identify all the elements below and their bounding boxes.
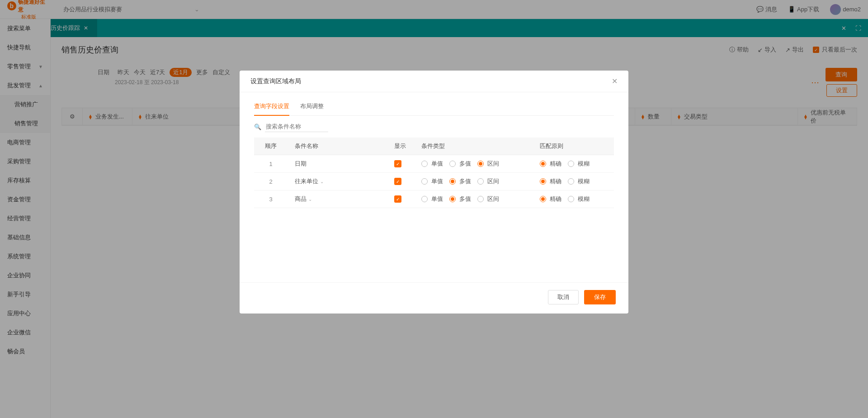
radio-模糊[interactable]: 模糊 — [568, 195, 590, 203]
row-seq: 3 — [254, 190, 288, 208]
row-type-group: 单值多值区间 — [414, 173, 533, 190]
radio-icon — [449, 196, 456, 202]
th-show: 显示 — [387, 138, 414, 155]
radio-icon — [477, 161, 484, 167]
radio-icon — [568, 196, 574, 202]
config-row: 1日期✓单值多值区间精确模糊 — [254, 155, 614, 173]
modal-tab-layout[interactable]: 布局调整 — [300, 100, 324, 115]
radio-单值[interactable]: 单值 — [421, 195, 443, 203]
radio-icon — [421, 161, 428, 167]
radio-icon — [540, 161, 546, 167]
modal-close-button[interactable]: ✕ — [612, 77, 618, 86]
modal-title: 设置查询区域布局 — [250, 77, 301, 86]
config-table: 顺序 条件名称 显示 条件类型 匹配原则 1日期✓单值多值区间精确模糊2往来单位… — [254, 138, 614, 208]
row-match-group: 精确模糊 — [533, 190, 614, 208]
radio-区间[interactable]: 区间 — [477, 160, 499, 168]
radio-精确[interactable]: 精确 — [540, 160, 561, 168]
cancel-button[interactable]: 取消 — [548, 290, 579, 304]
radio-区间[interactable]: 区间 — [477, 195, 499, 203]
row-seq: 1 — [254, 155, 288, 173]
row-match-group: 精确模糊 — [533, 173, 614, 190]
radio-icon — [477, 178, 484, 185]
modal-tab-fields[interactable]: 查询字段设置 — [254, 100, 289, 116]
settings-modal: 设置查询区域布局 ✕ 查询字段设置 布局调整 🔍 顺序 条件名称 显示 条件类型 — [240, 71, 628, 314]
radio-icon — [568, 161, 574, 167]
th-type: 条件类型 — [414, 138, 533, 155]
row-seq: 2 — [254, 173, 288, 190]
radio-icon — [540, 196, 546, 202]
th-match: 匹配原则 — [533, 138, 614, 155]
radio-icon — [477, 196, 484, 202]
config-row: 2往来单位⌄✓单值多值区间精确模糊 — [254, 173, 614, 190]
radio-模糊[interactable]: 模糊 — [568, 177, 590, 185]
radio-精确[interactable]: 精确 — [540, 195, 561, 203]
radio-单值[interactable]: 单值 — [421, 177, 443, 185]
row-match-group: 精确模糊 — [533, 155, 614, 173]
row-name: 往来单位⌄ — [288, 173, 387, 190]
radio-icon — [568, 178, 574, 185]
modal-overlay[interactable]: 设置查询区域布局 ✕ 查询字段设置 布局调整 🔍 顺序 条件名称 显示 条件类型 — [0, 0, 868, 418]
radio-多值[interactable]: 多值 — [449, 160, 471, 168]
check-icon: ✓ — [394, 160, 401, 167]
check-icon: ✓ — [394, 178, 401, 185]
radio-单值[interactable]: 单值 — [421, 160, 443, 168]
radio-icon — [421, 196, 428, 202]
chevron-down-icon[interactable]: ⌄ — [308, 197, 312, 202]
th-name: 条件名称 — [288, 138, 387, 155]
radio-精确[interactable]: 精确 — [540, 177, 561, 185]
row-show-checkbox[interactable]: ✓ — [387, 190, 414, 208]
radio-icon — [421, 178, 428, 185]
check-icon: ✓ — [394, 195, 401, 203]
search-icon: 🔍 — [254, 124, 261, 130]
radio-icon — [540, 178, 546, 185]
radio-icon — [449, 178, 456, 185]
save-button[interactable]: 保存 — [584, 290, 616, 304]
chevron-down-icon[interactable]: ⌄ — [320, 179, 324, 184]
radio-多值[interactable]: 多值 — [449, 195, 471, 203]
row-show-checkbox[interactable]: ✓ — [387, 173, 414, 190]
row-name: 商品⌄ — [288, 190, 387, 208]
radio-icon — [449, 161, 456, 167]
radio-多值[interactable]: 多值 — [449, 177, 471, 185]
radio-区间[interactable]: 区间 — [477, 177, 499, 185]
radio-模糊[interactable]: 模糊 — [568, 160, 590, 168]
row-show-checkbox[interactable]: ✓ — [387, 155, 414, 173]
row-type-group: 单值多值区间 — [414, 155, 533, 173]
config-row: 3商品⌄✓单值多值区间精确模糊 — [254, 190, 614, 208]
row-name: 日期 — [288, 155, 387, 173]
row-type-group: 单值多值区间 — [414, 190, 533, 208]
th-seq: 顺序 — [254, 138, 288, 155]
search-input[interactable] — [265, 121, 328, 132]
